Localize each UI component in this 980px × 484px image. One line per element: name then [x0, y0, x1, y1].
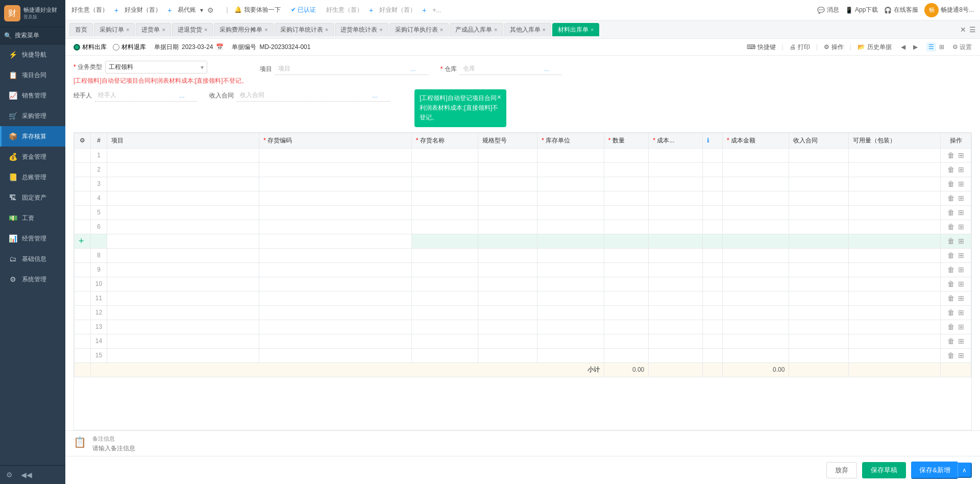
row-10-cost-amt[interactable] [722, 277, 789, 291]
topbar-plus-4[interactable]: + [422, 6, 426, 14]
row-11-delete-btn[interactable]: 🗑 [947, 294, 954, 302]
topbar-gear-icon[interactable]: ⚙ [207, 6, 214, 14]
tab-finished-inbound-close[interactable]: × [494, 27, 497, 33]
row-8-copy-btn[interactable]: ⊞ [958, 251, 964, 259]
tooltip-close-btn[interactable]: × [497, 93, 501, 101]
row-4-unit[interactable] [537, 191, 604, 205]
row-3-delete-btn[interactable]: 🗑 [947, 180, 954, 188]
row-4-spec[interactable] [478, 191, 537, 205]
radio-material-return-input[interactable] [113, 44, 119, 51]
row-2-copy-btn[interactable]: ⊞ [958, 165, 964, 174]
add-row-qty[interactable] [604, 234, 649, 248]
row-6-code[interactable] [259, 220, 411, 234]
view-list-icon[interactable]: ☰ [926, 42, 936, 52]
sidebar-quick-nav[interactable]: ⚡ 快捷导航 [0, 44, 65, 65]
row-10-item[interactable] [107, 277, 259, 291]
tab-home[interactable]: 首页 [69, 23, 93, 36]
nav-next-icon[interactable]: ▶ [910, 42, 920, 52]
add-row-plus-btn[interactable]: + [79, 236, 84, 246]
row-3-spec[interactable] [478, 177, 537, 191]
sidebar-item-basics[interactable]: 🗂 基础信息 [0, 249, 65, 269]
row-6-delete-btn[interactable]: 🗑 [947, 223, 954, 231]
sidebar-item-finance[interactable]: 💰 资金管理 [0, 147, 65, 167]
calendar-icon[interactable]: 📅 [216, 43, 224, 51]
row-6-income[interactable] [789, 220, 848, 234]
row-9-copy-btn[interactable]: ⊞ [958, 265, 964, 274]
tab-material-outbound-close[interactable]: × [591, 27, 594, 33]
tab-close-all-icon[interactable]: ✕ [960, 26, 966, 34]
row-6-unit[interactable] [537, 220, 604, 234]
row-5-code[interactable] [259, 205, 411, 220]
row-2-cost-amt[interactable] [722, 162, 789, 177]
row-9-income[interactable] [789, 262, 848, 277]
radio-material-return[interactable]: 材料退库 [113, 43, 146, 52]
row-8-income[interactable] [789, 248, 848, 262]
row-3-copy-btn[interactable]: ⊞ [958, 180, 964, 188]
topbar-user[interactable]: 畅 畅捷通8号... [924, 3, 974, 17]
row-6-cost[interactable] [649, 220, 702, 234]
tab-inbound[interactable]: 进货单 × [136, 23, 170, 36]
add-row-cost[interactable] [649, 234, 702, 248]
row-8-unit[interactable] [537, 248, 604, 262]
topbar-plus-1[interactable]: + [114, 6, 118, 14]
add-row-code[interactable] [259, 234, 411, 248]
tab-purchase-exec-close[interactable]: × [440, 27, 443, 33]
row-6-name[interactable] [411, 220, 478, 234]
topbar-plus-3[interactable]: + [369, 6, 373, 14]
row-10-spec[interactable] [478, 277, 537, 291]
row-4-qty[interactable] [604, 191, 649, 205]
handler-dots-icon[interactable]: … [179, 92, 185, 99]
row-1-copy-btn[interactable]: ⊞ [958, 151, 964, 159]
history-btn[interactable]: 📂 历史单据 [857, 43, 892, 52]
row-9-unit[interactable] [537, 262, 604, 277]
add-row-code-input[interactable] [263, 237, 407, 245]
sidebar-search[interactable]: 🔍 搜索菜单 [0, 27, 65, 44]
warehouse-input[interactable]: 仓库 … [460, 63, 562, 75]
row-2-qty[interactable] [604, 162, 649, 177]
row-6-cost-amt[interactable] [722, 220, 789, 234]
add-row-plus-cell[interactable]: + [75, 234, 91, 248]
topbar-msg-btn[interactable]: 💬 消息 [817, 6, 839, 14]
tab-finished-inbound[interactable]: 产成品入库单 × [450, 23, 503, 36]
row-8-cost-amt[interactable] [722, 248, 789, 262]
row-2-cost[interactable] [649, 162, 702, 177]
row-8-delete-btn[interactable]: 🗑 [947, 251, 954, 259]
save-new-arrow-btn[interactable]: ∧ [958, 463, 972, 478]
row-5-item[interactable] [107, 205, 259, 220]
row-3-cost-amt[interactable] [722, 177, 789, 191]
row-4-delete-btn[interactable]: 🗑 [947, 194, 954, 202]
row-4-cost-amt[interactable] [722, 191, 789, 205]
row-15-delete-btn[interactable]: 🗑 [947, 351, 954, 359]
row-2-spec[interactable] [478, 162, 537, 177]
row-3-unit[interactable] [537, 177, 604, 191]
row-6-item[interactable] [107, 220, 259, 234]
row-12-copy-btn[interactable]: ⊞ [958, 308, 964, 317]
tab-other-inbound-close[interactable]: × [543, 27, 546, 33]
handler-input[interactable]: 经手人 … [95, 89, 197, 102]
tab-return-close[interactable]: × [204, 27, 207, 33]
row-9-name[interactable] [411, 262, 478, 277]
row-9-code[interactable] [259, 262, 411, 277]
add-row-delete-btn[interactable]: 🗑 [947, 237, 954, 245]
topbar-nav-yidaizhang[interactable]: 易代账 [178, 6, 196, 14]
row-9-spec[interactable] [478, 262, 537, 277]
row-5-income[interactable] [789, 205, 848, 220]
add-row-unit[interactable] [537, 234, 604, 248]
add-row-spec[interactable] [478, 234, 537, 248]
row-8-item[interactable] [107, 248, 259, 262]
add-row-income[interactable] [789, 234, 848, 248]
radio-material-out-input[interactable] [74, 44, 80, 51]
tab-expense-split-close[interactable]: × [264, 27, 267, 33]
row-1-spec[interactable] [478, 148, 537, 162]
biz-type-select[interactable]: 工程领料 ▾ [105, 61, 207, 74]
row-9-qty[interactable] [604, 262, 649, 277]
row-4-code[interactable] [259, 191, 411, 205]
row-8-qty[interactable] [604, 248, 649, 262]
row-13-copy-btn[interactable]: ⊞ [958, 323, 964, 331]
row-10-delete-btn[interactable]: 🗑 [947, 280, 954, 288]
row-6-qty[interactable] [604, 220, 649, 234]
tab-inbound-close[interactable]: × [162, 27, 165, 33]
row-2-delete-btn[interactable]: 🗑 [947, 165, 954, 174]
topbar-nav-haoyecai[interactable]: 好业财（首） [125, 6, 161, 14]
nav-prev-icon[interactable]: ◀ [898, 42, 908, 52]
